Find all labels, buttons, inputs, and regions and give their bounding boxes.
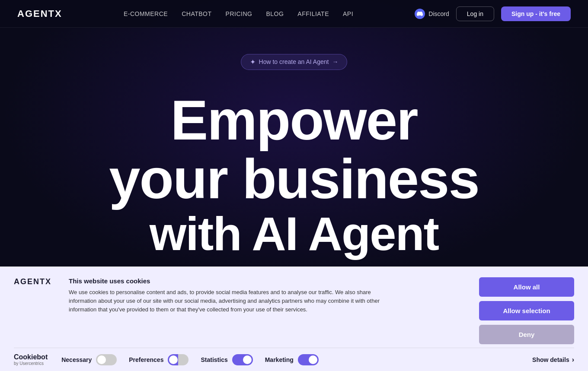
statistics-label: Statistics	[201, 356, 227, 363]
nav-logo: AGENTX	[17, 8, 62, 19]
cookiebot-subtitle: by Usercentrics	[14, 361, 44, 366]
allow-selection-button[interactable]: Allow selection	[479, 301, 574, 320]
nav-link-ecommerce[interactable]: E-COMMERCE	[124, 10, 168, 17]
nav-link-affiliate[interactable]: AFFILIATE	[297, 10, 329, 17]
cookie-bottom-bar: Cookiebot by Usercentrics Necessary Pref…	[14, 348, 574, 371]
discord-button[interactable]: Discord	[415, 9, 449, 19]
necessary-label: Necessary	[61, 356, 92, 363]
marketing-toggle[interactable]	[298, 354, 319, 365]
nav-links: E-COMMERCE CHATBOT PRICING BLOG AFFILIAT…	[124, 10, 353, 17]
arrow-icon: →	[332, 58, 338, 65]
preferences-label: Preferences	[129, 356, 163, 363]
cookie-title: This website uses cookies	[69, 277, 453, 285]
sparkle-icon: ✦	[250, 58, 256, 66]
cookie-action-buttons: Allow all Allow selection Deny	[479, 277, 574, 344]
chevron-right-icon: ›	[572, 356, 574, 364]
hero-title: Empower your business with AI Agent	[109, 91, 479, 259]
preferences-toggle[interactable]	[168, 354, 189, 365]
nav-actions: Discord Log in Sign up - it's free	[415, 6, 571, 21]
nav-link-blog[interactable]: BLOG	[266, 10, 284, 17]
cookie-description: We use cookies to personalise content an…	[69, 288, 397, 314]
signup-button[interactable]: Sign up - it's free	[501, 6, 571, 21]
cookiebot-name: Cookiebot	[14, 353, 48, 361]
show-details-label: Show details	[532, 356, 569, 363]
cookie-banner: AGENTX This website uses cookies We use …	[0, 266, 588, 371]
statistics-toggle[interactable]	[232, 354, 253, 365]
hero-line3: with AI Agent	[109, 209, 479, 259]
nav-link-chatbot[interactable]: CHATBOT	[182, 10, 211, 17]
show-details-button[interactable]: Show details ›	[532, 356, 574, 364]
allow-all-button[interactable]: Allow all	[479, 277, 574, 297]
navbar: AGENTX E-COMMERCE CHATBOT PRICING BLOG A…	[0, 0, 588, 28]
cookie-top-row: AGENTX This website uses cookies We use …	[14, 277, 574, 344]
cookiebot-logo: Cookiebot by Usercentrics	[14, 353, 48, 366]
how-to-label: How to create an AI Agent	[259, 58, 329, 65]
necessary-toggle[interactable]	[96, 354, 117, 365]
marketing-label: Marketing	[265, 356, 294, 363]
hero-line1: Empower	[109, 91, 479, 150]
cookie-content: This website uses cookies We use cookies…	[69, 277, 453, 344]
cookie-brand-logo: AGENTX	[14, 277, 51, 344]
control-preferences: Preferences	[129, 354, 189, 365]
discord-icon	[415, 9, 425, 19]
hero-section: ✦ How to create an AI Agent → Empower yo…	[0, 0, 588, 285]
deny-button[interactable]: Deny	[479, 325, 574, 344]
hero-line2: your business	[109, 149, 479, 209]
how-to-button[interactable]: ✦ How to create an AI Agent →	[241, 54, 348, 70]
cookie-controls: Necessary Preferences Statistics Marketi…	[61, 354, 518, 365]
discord-label: Discord	[428, 10, 449, 17]
control-necessary: Necessary	[61, 354, 117, 365]
control-statistics: Statistics	[201, 354, 252, 365]
login-button[interactable]: Log in	[456, 6, 494, 21]
nav-link-api[interactable]: API	[343, 10, 353, 17]
cookie-logo-text: AGENTX	[14, 277, 51, 286]
control-marketing: Marketing	[265, 354, 319, 365]
nav-link-pricing[interactable]: PRICING	[226, 10, 252, 17]
